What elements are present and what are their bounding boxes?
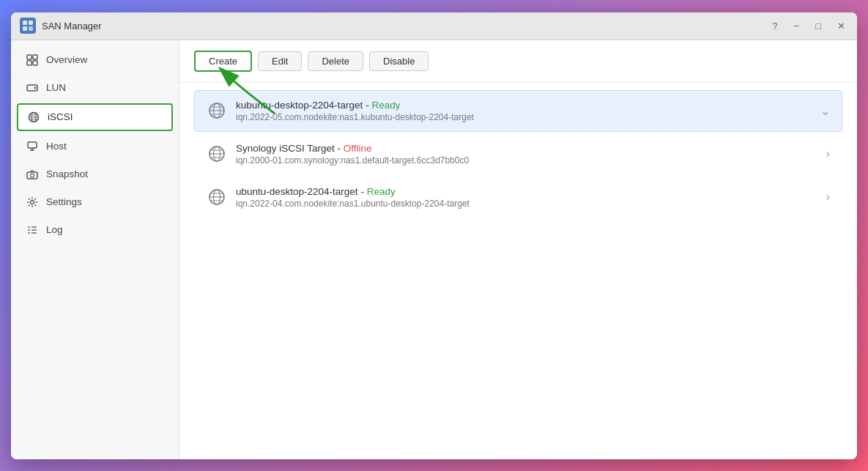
disable-button[interactable]: Disable (369, 51, 429, 71)
titlebar-left: SAN Manager (20, 18, 102, 34)
toolbar: Create Edit Delete Disable (179, 40, 857, 83)
help-button[interactable]: ? (769, 20, 780, 32)
sidebar-item-log[interactable]: Log (11, 216, 179, 244)
grid-icon (26, 53, 39, 67)
sidebar-label-lun: LUN (46, 82, 66, 93)
svg-rect-5 (33, 55, 37, 59)
svg-rect-15 (28, 142, 37, 148)
svg-rect-2 (23, 26, 27, 31)
window-controls: ? − □ ✕ (769, 20, 848, 32)
sidebar-item-lun[interactable]: LUN (11, 74, 179, 102)
sidebar-item-settings[interactable]: Settings (11, 188, 179, 216)
globe-icon-item2 (207, 144, 227, 164)
main-content: Create Edit Delete Disable (179, 40, 857, 459)
sidebar-label-iscsi: iSCSI (48, 111, 73, 122)
list-item-iqn-2: iqn.2000-01.com.synology:nas1.default-ta… (236, 155, 826, 166)
svg-rect-1 (29, 21, 33, 25)
main-wrapper: Create Edit Delete Disable (179, 40, 857, 459)
close-button[interactable]: ✕ (834, 20, 848, 32)
chevron-right-icon-2: › (826, 147, 830, 160)
sidebar-label-overview: Overview (46, 54, 87, 65)
list-item-name-2: Synology iSCSI Target - Offline (236, 143, 826, 154)
list-item[interactable]: ubuntu-desktop-2204-target - Ready iqn.2… (194, 177, 842, 218)
sidebar: Overview LUN (11, 40, 179, 459)
list-item-info-1: kubuntu-desktop-2204-target - Ready iqn.… (236, 100, 820, 122)
app-title: SAN Manager (42, 21, 102, 31)
sidebar-item-overview[interactable]: Overview (11, 46, 179, 74)
list-item[interactable]: kubuntu-desktop-2204-target - Ready iqn.… (194, 90, 842, 132)
status-badge-3: Ready (367, 186, 396, 197)
content-area: Overview LUN (11, 40, 857, 459)
app-window: SAN Manager ? − □ ✕ Overvie (11, 12, 857, 459)
chevron-right-icon-3: › (826, 190, 830, 204)
list-icon (26, 223, 39, 237)
chevron-down-icon-1: ⌄ (820, 104, 830, 118)
sidebar-label-host: Host (46, 141, 67, 152)
svg-point-19 (31, 174, 34, 177)
globe-icon-item3 (207, 187, 227, 207)
status-badge-1: Ready (371, 100, 400, 111)
sidebar-item-snapshot[interactable]: Snapshot (11, 160, 179, 188)
edit-button[interactable]: Edit (258, 51, 302, 71)
list-item-iqn-3: iqn.2022-04.com.nodekite:nas1.ubuntu-des… (236, 199, 826, 209)
globe-icon-item1 (207, 100, 227, 121)
maximize-button[interactable]: □ (812, 20, 824, 32)
minimize-button[interactable]: − (791, 20, 803, 32)
host-icon (26, 140, 39, 153)
svg-point-9 (34, 86, 37, 89)
sidebar-item-host[interactable]: Host (11, 133, 179, 160)
svg-rect-0 (23, 21, 27, 25)
svg-rect-4 (27, 55, 31, 59)
titlebar: SAN Manager ? − □ ✕ (11, 12, 857, 40)
svg-rect-3 (29, 26, 33, 31)
create-button[interactable]: Create (194, 51, 252, 72)
list-item-iqn-1: iqn.2022-05.com.nodekite:nas1.kubuntu-de… (236, 112, 820, 122)
delete-button[interactable]: Delete (308, 51, 363, 71)
app-icon (20, 18, 36, 34)
list-item-info-3: ubuntu-desktop-2204-target - Ready iqn.2… (236, 186, 826, 209)
status-badge-2: Offline (344, 143, 372, 154)
sidebar-label-settings: Settings (46, 196, 82, 207)
svg-rect-7 (33, 61, 37, 65)
list-item-name-3: ubuntu-desktop-2204-target - Ready (236, 186, 826, 197)
svg-rect-18 (27, 172, 37, 179)
iscsi-list: kubuntu-desktop-2204-target - Ready iqn.… (179, 83, 857, 459)
sidebar-label-log: Log (46, 224, 63, 235)
drive-icon (26, 81, 39, 94)
list-item-info-2: Synology iSCSI Target - Offline iqn.2000… (236, 143, 826, 166)
gear-icon (26, 196, 39, 209)
list-item-name-1: kubuntu-desktop-2204-target - Ready (236, 100, 820, 111)
svg-point-20 (31, 200, 34, 204)
svg-rect-6 (27, 61, 31, 65)
camera-icon (26, 168, 39, 181)
globe-icon (27, 111, 40, 124)
sidebar-label-snapshot: Snapshot (46, 168, 88, 179)
list-item[interactable]: Synology iSCSI Target - Offline iqn.2000… (194, 133, 842, 175)
sidebar-item-iscsi[interactable]: iSCSI (17, 103, 173, 131)
